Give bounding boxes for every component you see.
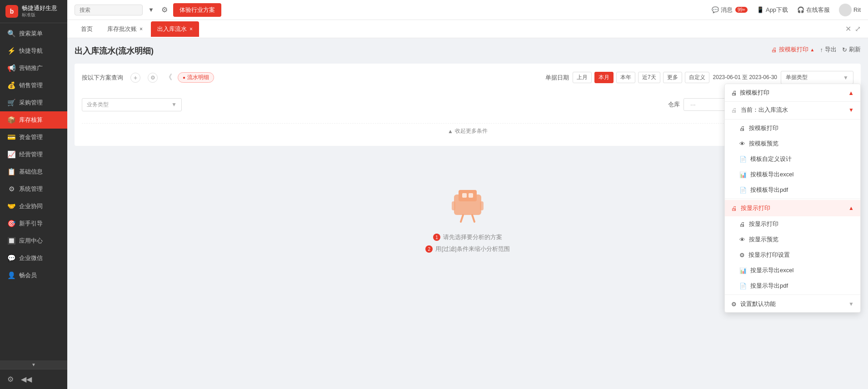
business-type-dropdown-icon: ▼ <box>171 101 177 108</box>
panel-divider-2 <box>725 199 860 199</box>
date-btn-last-month[interactable]: 上月 <box>573 72 592 83</box>
sidebar-item-operations[interactable]: 📈 经营管理 <box>0 146 67 163</box>
trial-btn[interactable]: 体验行业方案 <box>173 3 221 17</box>
panel-display-pdf[interactable]: 📄 按显示导出pdf <box>725 278 860 294</box>
headset-icon: 🎧 <box>797 6 804 13</box>
empty-hint-1: 1 请先选择要分析的方案 <box>433 233 502 241</box>
export-icon: ↑ <box>820 46 823 53</box>
enterprise-icon: 🤝 <box>7 202 15 210</box>
svg-rect-1 <box>459 190 477 201</box>
operations-icon: 📈 <box>7 150 15 159</box>
date-btn-7days[interactable]: 近7天 <box>638 72 660 83</box>
refresh-btn[interactable]: ↻ 刷新 <box>842 45 861 54</box>
sidebar-item-apps[interactable]: 🔲 应用中心 <box>0 232 67 249</box>
business-type-field[interactable]: 业务类型 ▼ <box>82 98 182 111</box>
topbar-search-input[interactable] <box>75 5 143 15</box>
filter-label: 按以下方案查询 <box>82 74 123 82</box>
topbar-gear-icon[interactable]: ⚙ <box>161 5 168 14</box>
sidebar-item-quick-nav[interactable]: ⚡ 快捷导航 <box>0 42 67 60</box>
sidebar-item-marketing[interactable]: 📢 营销推广 <box>0 60 67 77</box>
sidebar-item-search-menu[interactable]: 🔍 搜索菜单 <box>0 25 67 42</box>
filter-settings-btn[interactable]: ⚙ <box>148 73 158 83</box>
tab-home[interactable]: 首页 <box>75 21 99 37</box>
template-print-btn[interactable]: 🖨 按模板打印 ▲ <box>771 45 815 54</box>
guide-icon: 🎯 <box>7 219 15 228</box>
tabbar: 首页 库存批次账 × 出入库流水 × ✕ ⤢ <box>67 20 868 38</box>
panel-divider-3 <box>725 294 860 295</box>
sidebar-item-wechat[interactable]: 💬 企业微信 <box>0 249 67 267</box>
display-excel-icon: 📊 <box>739 267 747 274</box>
panel-template-preview[interactable]: 👁 按模板预览 <box>725 136 860 151</box>
template-pdf-icon: 📄 <box>739 187 747 194</box>
panel-current-item[interactable]: 🖨 当前：出入库流水 ▼ <box>725 102 860 118</box>
filter-collapse-btn[interactable]: 《 <box>165 73 172 82</box>
sidebar-item-basic-info[interactable]: 📋 基础信息 <box>0 163 67 180</box>
svg-line-4 <box>461 215 463 222</box>
filter-add-btn[interactable]: + <box>130 73 140 83</box>
user-avatar-btn[interactable]: Rit <box>839 4 861 16</box>
svg-rect-6 <box>452 201 455 210</box>
sidebar-scroll-down[interactable]: ▼ <box>0 360 67 369</box>
panel-collapse-btn[interactable]: ▲ <box>848 90 854 96</box>
panel-display-excel[interactable]: 📊 按显示导出excel <box>725 263 860 278</box>
panel-printer-icon: 🖨 <box>731 90 737 96</box>
system-icon: ⚙ <box>7 185 15 193</box>
export-btn[interactable]: ↑ 导出 <box>820 45 837 54</box>
search-row-1: 按以下方案查询 + ⚙ 《 ● 流水明细 单据日期 上月 本月 本年 近7天 <box>82 71 853 84</box>
sidebar-bottom: ⚙ ◀◀ <box>0 369 67 389</box>
svg-line-5 <box>472 215 474 222</box>
page-actions: 🖨 按模板打印 ▲ ↑ 导出 ↻ 刷新 <box>771 45 861 54</box>
sidebar-item-members[interactable]: 👤 畅会员 <box>0 267 67 284</box>
message-icon: 💬 <box>712 6 719 13</box>
date-btn-custom[interactable]: 自定义 <box>685 72 709 83</box>
expand-icon[interactable]: ⤢ <box>855 25 861 33</box>
tab-inventory-batch[interactable]: 库存批次账 × <box>101 21 149 37</box>
sidebar-item-system[interactable]: ⚙ 系统管理 <box>0 180 67 198</box>
topbar-dropdown-arrow[interactable]: ▼ <box>148 6 154 13</box>
sidebar-item-inventory[interactable]: 📦 库存核算 <box>0 111 67 129</box>
current-collapse-arrow[interactable]: ▼ <box>848 107 854 113</box>
marketing-icon: 📢 <box>7 64 15 72</box>
wechat-icon: 💬 <box>7 254 15 262</box>
collapse-btn[interactable]: ▲ 收起更多条件 <box>448 127 488 135</box>
topbar-right: 💬 消息 99+ 📱 App下载 🎧 在线客服 Rit <box>712 4 861 16</box>
purchase-icon: 🛒 <box>7 99 15 107</box>
panel-template-custom[interactable]: 📄 模板自定义设计 <box>725 151 860 167</box>
filter-tag-flow[interactable]: ● 流水明细 <box>178 72 214 83</box>
date-btn-this-year[interactable]: 本年 <box>616 72 635 83</box>
tab-inventory-batch-close[interactable]: × <box>140 26 143 32</box>
display-pdf-icon: 📄 <box>739 283 747 289</box>
settings-icon[interactable]: ⚙ <box>7 375 14 384</box>
warehouse-more-dots[interactable]: ··· <box>690 101 696 108</box>
message-btn[interactable]: 💬 消息 99+ <box>712 6 748 14</box>
date-btn-more[interactable]: 更多 <box>663 72 682 83</box>
panel-set-default[interactable]: ⚙ 设置默认功能 ▼ <box>725 296 860 312</box>
tab-stock-flow[interactable]: 出入库流水 × <box>151 21 199 37</box>
sidebar-item-guide[interactable]: 🎯 新手引导 <box>0 215 67 232</box>
set-default-arrow[interactable]: ▼ <box>848 301 854 307</box>
panel-display-print-settings[interactable]: ⚙ 按显示打印设置 <box>725 247 860 263</box>
refresh-icon: ↻ <box>842 46 847 53</box>
toggle-sidebar-icon[interactable]: ◀◀ <box>21 375 32 384</box>
date-range: 2023-06-01 至 2023-06-30 <box>713 74 777 81</box>
close-max-icon[interactable]: ✕ <box>845 25 851 33</box>
panel-display-print-section[interactable]: 🖨 按显示打印 ▲ <box>725 200 860 216</box>
panel-template-excel[interactable]: 📊 按模板导出excel <box>725 167 860 182</box>
tab-stock-flow-close[interactable]: × <box>190 26 193 32</box>
panel-display-preview[interactable]: 👁 按显示预览 <box>725 232 860 247</box>
voucher-type-dropdown[interactable]: 单据类型 ▼ <box>781 71 853 84</box>
panel-template-print[interactable]: 🖨 按模板打印 <box>725 120 860 136</box>
sales-icon: 💰 <box>7 81 15 90</box>
panel-template-pdf[interactable]: 📄 按模板导出pdf <box>725 182 860 198</box>
sidebar-item-purchase[interactable]: 🛒 采购管理 <box>0 94 67 111</box>
online-service-btn[interactable]: 🎧 在线客服 <box>797 6 830 14</box>
display-section-arrow[interactable]: ▲ <box>848 205 854 211</box>
date-btn-this-month[interactable]: 本月 <box>594 72 614 83</box>
panel-display-print[interactable]: 🖨 按显示打印 <box>725 216 860 232</box>
quick-nav-icon: ⚡ <box>7 47 15 55</box>
app-download-btn[interactable]: 📱 App下载 <box>757 6 788 14</box>
search-menu-icon: 🔍 <box>7 30 15 38</box>
sidebar-item-enterprise[interactable]: 🤝 企业协同 <box>0 198 67 215</box>
sidebar-item-finance[interactable]: 💳 资金管理 <box>0 129 67 146</box>
sidebar-item-sales[interactable]: 💰 销售管理 <box>0 77 67 94</box>
